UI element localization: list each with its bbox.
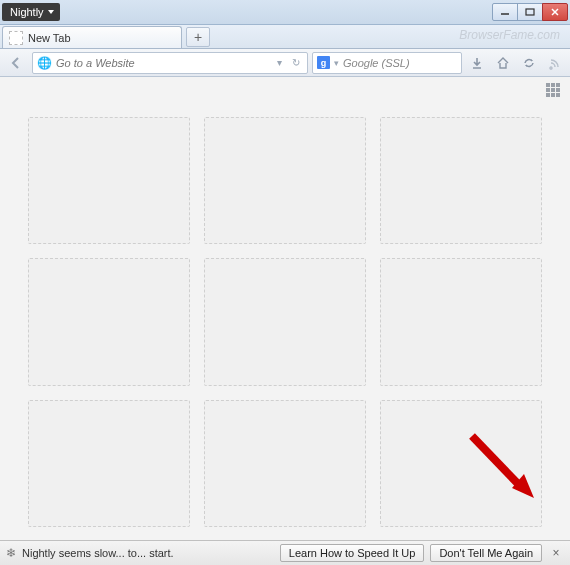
new-tab-button[interactable]: + (186, 27, 210, 47)
search-placeholder: Google (SSL) (343, 57, 457, 69)
tab-favicon-icon (9, 31, 23, 45)
notification-close-button[interactable]: × (548, 545, 564, 561)
svg-rect-1 (526, 9, 534, 15)
newtab-content (0, 77, 570, 540)
reload-mini-icon[interactable]: ↻ (289, 57, 303, 68)
app-menu-button[interactable]: Nightly (2, 3, 60, 21)
learn-more-button[interactable]: Learn How to Speed It Up (280, 544, 425, 562)
thumbnail-grid (28, 117, 542, 527)
tab-title: New Tab (28, 32, 71, 44)
search-dropdown-icon[interactable]: ▾ (334, 58, 339, 68)
thumbnail-slot[interactable] (28, 258, 190, 385)
google-icon: g (317, 56, 330, 69)
notification-bar: ❄ Nightly seems slow... to... start. Lea… (0, 540, 570, 565)
warning-icon: ❄ (6, 546, 16, 560)
thumbnail-slot[interactable] (28, 117, 190, 244)
thumbnail-slot[interactable] (204, 117, 366, 244)
tab-strip: New Tab + (0, 25, 570, 49)
sync-button[interactable] (518, 52, 540, 74)
grid-toggle-button[interactable] (546, 83, 560, 97)
globe-icon: 🌐 (37, 56, 52, 70)
downloads-button[interactable] (466, 52, 488, 74)
thumbnail-slot[interactable] (204, 400, 366, 527)
close-button[interactable] (542, 3, 568, 21)
thumbnail-slot[interactable] (380, 258, 542, 385)
tab-active[interactable]: New Tab (2, 26, 182, 48)
home-button[interactable] (492, 52, 514, 74)
window-controls (493, 3, 568, 21)
maximize-button[interactable] (517, 3, 543, 21)
notification-message: Nightly seems slow... to... start. (22, 547, 274, 559)
dont-tell-button[interactable]: Don't Tell Me Again (430, 544, 542, 562)
caret-down-icon (48, 10, 54, 14)
url-bar[interactable]: 🌐 ▾ ↻ (32, 52, 308, 74)
thumbnail-slot[interactable] (204, 258, 366, 385)
back-button[interactable] (4, 52, 28, 74)
titlebar: Nightly (0, 0, 570, 25)
plus-icon: + (194, 30, 202, 44)
nav-toolbar: 🌐 ▾ ↻ g ▾ Google (SSL) (0, 49, 570, 77)
minimize-button[interactable] (492, 3, 518, 21)
url-dropdown-icon[interactable]: ▾ (274, 57, 285, 68)
search-bar[interactable]: g ▾ Google (SSL) (312, 52, 462, 74)
thumbnail-slot[interactable] (28, 400, 190, 527)
feed-button[interactable] (544, 52, 566, 74)
thumbnail-slot[interactable] (380, 117, 542, 244)
thumbnail-slot[interactable] (380, 400, 542, 527)
app-name: Nightly (10, 6, 44, 18)
url-input[interactable] (56, 57, 270, 69)
